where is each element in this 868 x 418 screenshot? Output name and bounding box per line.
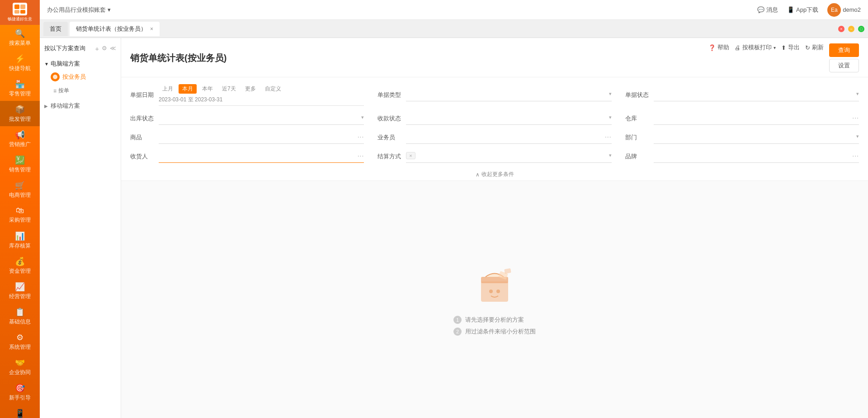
tab-sales-report-close[interactable]: × bbox=[150, 26, 153, 32]
export-button[interactable]: ⬆ 导出 bbox=[781, 43, 800, 52]
sidebar-item-search[interactable]: 🔍 搜索菜单 bbox=[0, 25, 40, 50]
sidebar-item-basic[interactable]: 📋 基础信息 bbox=[0, 304, 40, 329]
filter-row-4: 收货人 ··· 结算方式 × ▾ bbox=[130, 150, 859, 163]
salesperson-label: 业务员 bbox=[377, 133, 402, 142]
sidebar-item-inventory[interactable]: 📊 库存核算 bbox=[0, 228, 40, 253]
settlement-tag-close[interactable]: × bbox=[409, 153, 412, 158]
collapse-button[interactable]: ∧ 收起更多条件 bbox=[470, 169, 519, 180]
sidebar-item-marketing[interactable]: 📢 营销推广 bbox=[0, 126, 40, 152]
print-template-label: 按模板打印 bbox=[742, 43, 772, 52]
date-option-more[interactable]: 更多 bbox=[241, 84, 259, 94]
doc-status-arrow: ▾ bbox=[856, 91, 859, 97]
receipt-status-label: 收款状态 bbox=[377, 114, 402, 123]
industry-dropdown[interactable]: 办公用品行业模拟账套 ▾ bbox=[47, 6, 111, 14]
industry-dropdown-arrow: ▾ bbox=[108, 6, 111, 13]
main-area: 办公用品行业模拟账套 ▾ 💬 消息 📱 App下载 Ea demo2 首页 销货… bbox=[40, 0, 868, 418]
tab-home[interactable]: 首页 bbox=[43, 22, 68, 36]
settlement-control[interactable]: × ▾ bbox=[406, 150, 611, 163]
sidebar-item-search-label: 搜索菜单 bbox=[9, 39, 31, 47]
operations-icon: 📈 bbox=[15, 282, 25, 292]
out-status-control[interactable]: ▾ bbox=[159, 112, 364, 125]
empty-tip-1-text: 请先选择要分析的方案 bbox=[465, 316, 524, 324]
receipt-status-control[interactable]: ▾ bbox=[406, 112, 611, 125]
doc-status-control[interactable]: ▾ bbox=[654, 89, 859, 101]
schemes-header: 按以下方案查询 + ⚙ ≪ bbox=[40, 43, 121, 56]
receipt-status-arrow: ▾ bbox=[609, 114, 612, 120]
mobile-group-header[interactable]: ▶ 移动端方案 bbox=[40, 99, 121, 113]
consignee-control[interactable]: ··· bbox=[159, 150, 364, 163]
brand-control[interactable]: ··· bbox=[654, 150, 859, 163]
settings-button[interactable]: 设置 bbox=[829, 59, 859, 72]
user-menu[interactable]: Ea demo2 bbox=[827, 3, 861, 17]
date-option-this-month[interactable]: 本月 bbox=[179, 84, 197, 94]
help-button[interactable]: ❓ 帮助 bbox=[708, 43, 729, 52]
inventory-icon: 📊 bbox=[15, 231, 25, 241]
scheme-active-dot bbox=[51, 72, 60, 81]
page-header: 销货单统计表(按业务员) ❓ 帮助 🖨 按模板打印 ▾ ⬆ bbox=[121, 38, 868, 77]
consignee-label: 收货人 bbox=[130, 152, 155, 161]
window-max-button[interactable]: □ bbox=[858, 26, 864, 32]
sidebar-item-operations[interactable]: 📈 经营管理 bbox=[0, 278, 40, 304]
message-button[interactable]: 💬 消息 bbox=[757, 6, 778, 14]
scheme-add-button[interactable]: + bbox=[95, 45, 99, 52]
goods-label: 商品 bbox=[130, 133, 155, 142]
pc-group-header[interactable]: ▼ 电脑端方案 bbox=[40, 58, 121, 70]
scheme-by-salesperson[interactable]: 按业务员 bbox=[40, 70, 121, 84]
app-icon: 📱 bbox=[15, 408, 25, 418]
brand-dots: ··· bbox=[852, 152, 859, 159]
refresh-button[interactable]: ↻ 刷新 bbox=[805, 43, 824, 52]
ecommerce-icon: 🛒 bbox=[15, 180, 25, 190]
doc-type-control[interactable]: ▾ bbox=[406, 89, 611, 101]
sidebar-item-ecommerce[interactable]: 🛒 电商管理 bbox=[0, 177, 40, 202]
print-template-button[interactable]: 🖨 按模板打印 ▾ bbox=[735, 43, 776, 52]
salesperson-control[interactable]: ··· bbox=[406, 131, 611, 144]
window-min-button[interactable]: − bbox=[848, 26, 854, 32]
scheme-collapse-button[interactable]: ≪ bbox=[110, 45, 116, 52]
marketing-icon: 📢 bbox=[15, 130, 25, 140]
consignee-dots: ··· bbox=[358, 152, 364, 159]
warehouse-control[interactable]: ··· bbox=[654, 112, 859, 125]
tab-sales-report[interactable]: 销货单统计表（按业务员） × bbox=[70, 22, 160, 36]
sidebar-item-sales[interactable]: 💹 销售管理 bbox=[0, 152, 40, 177]
department-arrow: ▾ bbox=[856, 133, 859, 139]
print-icon: 🖨 bbox=[735, 44, 741, 51]
sidebar-item-purchase[interactable]: 🛍 采购管理 bbox=[0, 202, 40, 228]
svg-rect-10 bbox=[504, 268, 511, 274]
sidebar-item-enterprise[interactable]: 🤝 企业协同 bbox=[0, 354, 40, 380]
svg-rect-1 bbox=[20, 5, 25, 9]
sidebar-item-finance-label: 资金管理 bbox=[9, 267, 31, 275]
goods-control[interactable]: ··· bbox=[159, 131, 364, 144]
page-actions: ❓ 帮助 🖨 按模板打印 ▾ ⬆ 导出 ↻ bbox=[708, 43, 824, 52]
scheme-sub-by-order[interactable]: ≡ 按单 bbox=[40, 84, 121, 97]
sidebar-item-newbie[interactable]: 🎯 新手引导 bbox=[0, 380, 40, 405]
tip-num-1: 1 bbox=[453, 316, 462, 324]
sidebar-item-system[interactable]: ⚙ 系统管理 bbox=[0, 329, 40, 354]
sales-icon: 💹 bbox=[15, 155, 25, 165]
mobile-group-label: 移动端方案 bbox=[51, 102, 80, 110]
query-button[interactable]: 查询 bbox=[829, 43, 859, 57]
date-option-7days[interactable]: 近7天 bbox=[218, 84, 240, 94]
sidebar-item-shortcut[interactable]: ⚡ 快捷导航 bbox=[0, 50, 40, 76]
help-label: 帮助 bbox=[717, 43, 729, 52]
export-label: 导出 bbox=[788, 43, 800, 52]
department-control[interactable]: ▾ bbox=[654, 131, 859, 144]
sidebar-item-app[interactable]: 📱 应用中心 bbox=[0, 405, 40, 418]
svg-point-4 bbox=[53, 75, 57, 79]
sidebar-item-retail[interactable]: 🏪 零售管理 bbox=[0, 76, 40, 101]
sidebar-item-finance[interactable]: 💰 资金管理 bbox=[0, 253, 40, 278]
sidebar-item-system-label: 系统管理 bbox=[9, 343, 31, 351]
brand-label: 品牌 bbox=[625, 152, 650, 161]
date-range-display: 2023-03-01 至 2023-03-31 bbox=[159, 96, 364, 106]
industry-label: 办公用品行业模拟账套 bbox=[47, 6, 106, 14]
sidebar-item-wholesale[interactable]: 📦 批发管理 bbox=[0, 101, 40, 126]
page-title: 销货单统计表(按业务员) bbox=[130, 52, 226, 64]
settlement-arrow: ▾ bbox=[609, 152, 612, 158]
window-close-button[interactable]: × bbox=[838, 26, 844, 32]
app-download-button[interactable]: 📱 App下载 bbox=[787, 6, 818, 14]
date-option-this-year[interactable]: 本年 bbox=[198, 84, 217, 94]
svg-rect-3 bbox=[20, 10, 25, 14]
scheme-settings-button[interactable]: ⚙ bbox=[102, 45, 107, 52]
date-option-last-month[interactable]: 上月 bbox=[159, 84, 177, 94]
collapse-arrow-icon: ∧ bbox=[476, 171, 480, 178]
date-option-custom[interactable]: 自定义 bbox=[261, 84, 285, 94]
